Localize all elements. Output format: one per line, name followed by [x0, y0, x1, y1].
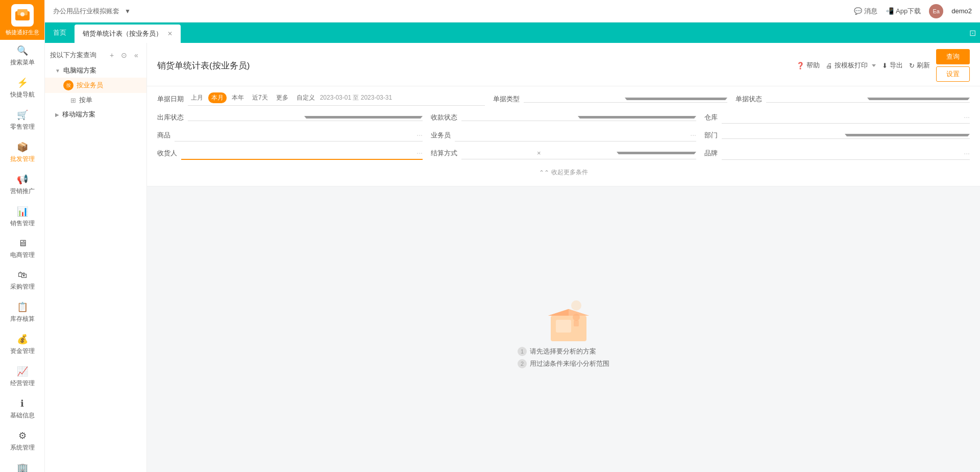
warehouse-input[interactable] — [722, 113, 964, 121]
print-button[interactable]: 🖨 按模板打印 — [826, 61, 876, 70]
setting-button[interactable]: 设置 — [936, 66, 970, 82]
refresh-button[interactable]: ↻ 刷新 — [909, 61, 930, 70]
empty-num-2: 2 — [518, 359, 527, 368]
svg-point-2 — [20, 12, 24, 16]
tab-home[interactable]: 首页 — [45, 22, 75, 43]
payment-method-arrow — [617, 152, 696, 154]
brand-input[interactable] — [722, 149, 964, 157]
stock-status-select[interactable] — [188, 114, 423, 121]
logo-text: 畅捷通好生意 — [2, 29, 42, 36]
tree-arrow-pc: ▼ — [55, 68, 60, 74]
page-title: 销货单统计表(按业务员) — [157, 60, 796, 72]
payment-status-select[interactable] — [461, 114, 696, 121]
empty-illustration — [538, 288, 589, 339]
payment-method-select[interactable]: × — [461, 147, 696, 159]
date-group: 上月 本月 本年 近7天 更多 自定义 2023-03-01 至 2023-03… — [188, 92, 485, 106]
sidebar-item-sales-mgmt[interactable]: 📊 销售管理 — [0, 201, 44, 233]
salesperson-dots[interactable]: ··· — [690, 131, 696, 139]
stock-status-label: 出库状态 — [157, 113, 184, 122]
quick-nav-icon: ⚡ — [17, 77, 28, 88]
tree-item-pc[interactable]: ▼ 电脑端方案 — [45, 63, 146, 78]
department-select[interactable] — [722, 132, 970, 139]
add-scheme-button[interactable]: + — [107, 50, 117, 60]
sidebar-item-retail[interactable]: 🛒 零售管理 — [0, 104, 44, 136]
sidebar-item-finance[interactable]: 💰 资金管理 — [0, 328, 44, 361]
date-btn-this-month[interactable]: 本月 — [208, 92, 227, 103]
filter-area: 单据日期 上月 本月 本年 近7天 更多 自定义 2023-03-01 至 20… — [147, 86, 980, 186]
sidebar-item-marketing[interactable]: 📢 营销推广 — [0, 169, 44, 201]
app-download-button[interactable]: 📲 App下载 — [886, 7, 921, 16]
date-btn-last-month[interactable]: 上月 — [188, 92, 206, 103]
message-button[interactable]: 💬 消息 — [854, 7, 877, 16]
collapse-panel-button[interactable]: « — [131, 50, 141, 60]
brand-dots[interactable]: ··· — [964, 149, 970, 157]
tabbar-expand-icon[interactable]: ⊡ — [969, 28, 976, 38]
date-btn-custom[interactable]: 自定义 — [293, 92, 318, 103]
doc-status-select[interactable] — [766, 96, 970, 103]
filter-salesperson: 业务员 ··· — [431, 129, 696, 141]
sidebar-item-purchase[interactable]: 🛍 采购管理 — [0, 265, 44, 296]
date-btn-this-year[interactable]: 本年 — [229, 92, 247, 103]
brand-control: ··· — [722, 147, 970, 160]
tree-sub-sub-by-order[interactable]: ⊞ 按单 — [45, 93, 146, 107]
help-icon: ❓ — [796, 62, 804, 69]
tab-sales-stats[interactable]: 销货单统计表（按业务员） ✕ — [75, 25, 181, 43]
tab-close-icon[interactable]: ✕ — [167, 30, 173, 37]
filter-stock-status: 出库状态 — [157, 113, 423, 122]
doc-type-label: 单据类型 — [493, 95, 520, 104]
goods-label: 商品 — [157, 131, 170, 140]
message-icon: 💬 — [854, 7, 862, 15]
goods-input[interactable] — [175, 131, 416, 139]
main-area: 办公用品行业模拟账套 ▼ 💬 消息 📲 App下载 Ea demo2 首页 销货… — [45, 0, 980, 472]
sidebar-item-ops[interactable]: 📈 经营管理 — [0, 361, 44, 393]
sales-mgmt-icon: 📊 — [17, 206, 28, 217]
enterprise-icon: 🏢 — [17, 462, 28, 472]
user-name[interactable]: demo2 — [951, 7, 972, 15]
collapse-button[interactable]: ⌃⌃ 收起更多条件 — [539, 168, 588, 177]
empty-num-1: 1 — [518, 347, 527, 356]
goods-dots[interactable]: ··· — [416, 131, 423, 139]
sidebar-item-system[interactable]: ⚙ 系统管理 — [0, 425, 44, 457]
filter-payment-method: 结算方式 × — [431, 147, 696, 159]
logo-area[interactable]: 畅捷通好生意 — [0, 0, 44, 40]
tree-arrow-mobile: ▶ — [55, 112, 59, 117]
sidebar-item-search[interactable]: 🔍 搜索菜单 — [0, 40, 44, 72]
collapse-left-icon: « — [134, 51, 138, 59]
help-button[interactable]: ❓ 帮助 — [796, 61, 820, 70]
filter-goods: 商品 ··· — [157, 129, 423, 141]
system-icon: ⚙ — [18, 430, 27, 441]
avatar[interactable]: Ea — [929, 4, 943, 18]
right-content: 销货单统计表(按业务员) ❓ 帮助 🖨 按模板打印 ⬇ 导出 — [147, 43, 980, 472]
salesperson-input[interactable] — [455, 131, 690, 139]
doc-type-arrow — [625, 98, 727, 100]
doc-type-select[interactable] — [524, 96, 727, 103]
stock-status-arrow — [304, 116, 423, 119]
date-btn-more[interactable]: 更多 — [273, 92, 291, 103]
topbar-dropdown-icon[interactable]: ▼ — [125, 8, 131, 15]
sidebar-item-ecommerce[interactable]: 🖥 电商管理 — [0, 233, 44, 265]
date-btn-7days[interactable]: 近7天 — [249, 92, 271, 103]
sidebar-item-basic-info[interactable]: ℹ 基础信息 — [0, 393, 44, 425]
finance-icon: 💰 — [17, 334, 28, 345]
receiver-input[interactable] — [181, 149, 416, 157]
sidebar-item-wholesale[interactable]: 📦 批发管理 — [0, 136, 44, 169]
edit-scheme-button[interactable]: ⊙ — [119, 50, 129, 60]
date-label: 单据日期 — [157, 95, 184, 104]
sidebar-item-quick-nav[interactable]: ⚡ 快捷导航 — [0, 72, 44, 104]
tree-sub-item-sales-person[interactable]: 按 按业务员 — [45, 78, 146, 93]
topbar: 办公用品行业模拟账套 ▼ 💬 消息 📲 App下载 Ea demo2 — [45, 0, 980, 22]
tree-item-mobile[interactable]: ▶ 移动端方案 — [45, 107, 146, 122]
payment-method-clear[interactable]: × — [537, 149, 612, 157]
filter-row-1: 单据日期 上月 本月 本年 近7天 更多 自定义 2023-03-01 至 20… — [157, 92, 970, 106]
warehouse-label: 仓库 — [704, 113, 718, 122]
date-range-text: 2023-03-01 至 2023-03-31 — [320, 93, 392, 102]
collapse-row: ⌃⌃ 收起更多条件 — [157, 165, 970, 180]
query-button[interactable]: 查询 — [936, 49, 970, 64]
warehouse-dots[interactable]: ··· — [964, 113, 970, 121]
sidebar-item-inventory[interactable]: 📋 库存核算 — [0, 296, 44, 328]
sidebar-item-enterprise[interactable]: 🏢 企业协同 — [0, 457, 44, 472]
goods-control: ··· — [175, 129, 423, 141]
export-button[interactable]: ⬇ 导出 — [882, 61, 903, 70]
receiver-dots[interactable]: ··· — [416, 149, 423, 157]
left-panel-header: 按以下方案查询 + ⊙ « — [45, 47, 146, 63]
